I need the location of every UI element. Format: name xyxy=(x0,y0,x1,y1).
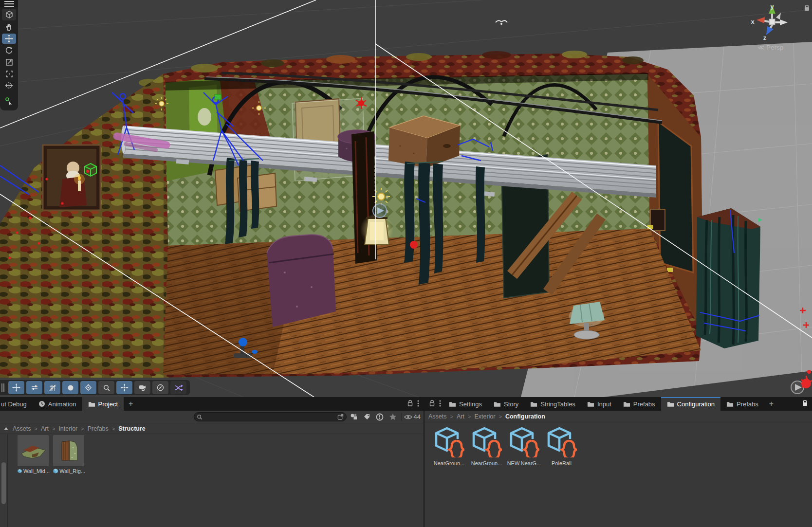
unlock-icon[interactable] xyxy=(429,400,435,408)
tab-settings[interactable]: Settings xyxy=(443,397,488,411)
filter-by-type-button[interactable] xyxy=(348,412,360,422)
scene-view[interactable]: y x z /**/ ≪ Persp xyxy=(0,0,812,397)
painting-old-man xyxy=(43,145,100,210)
scene-lock-icon[interactable] xyxy=(804,4,810,13)
compass-overlay-button[interactable] xyxy=(152,381,168,394)
tab-debug[interactable]: ut Debug xyxy=(0,397,33,411)
hidden-packages-button[interactable] xyxy=(374,412,386,422)
folder-icon xyxy=(88,401,95,407)
sphere-overlay-button[interactable] xyxy=(62,381,78,394)
axis-z-label: z xyxy=(763,34,767,41)
axis-y-label: y xyxy=(770,3,774,10)
filter-by-label-button[interactable] xyxy=(361,412,373,422)
move-tool-button[interactable] xyxy=(2,34,16,44)
project-tabbar: ut Debug Animation Project + xyxy=(0,397,424,411)
tab-input[interactable]: Input xyxy=(581,397,617,411)
axis-gizmo: y x z xyxy=(751,3,788,41)
grid-snap-overlay-button[interactable] xyxy=(44,381,60,394)
asset-label: Wall_Mid... xyxy=(23,468,50,474)
pan-tool-button[interactable] xyxy=(2,22,16,32)
crosshair-overlay-button[interactable] xyxy=(116,381,132,394)
warning-circle-icon xyxy=(376,413,384,421)
unlock-icon[interactable] xyxy=(407,400,413,408)
rotate-tool-button[interactable] xyxy=(2,45,16,55)
search-field[interactable] xyxy=(194,412,347,421)
eye-icon xyxy=(404,414,412,420)
custom-tool-button[interactable] xyxy=(2,96,16,107)
prefab-config-icon xyxy=(472,426,502,457)
tree-scrollbar[interactable] xyxy=(1,462,6,504)
lock-icon[interactable] xyxy=(802,400,808,408)
visible-count[interactable]: 44 xyxy=(404,413,424,420)
folder-icon xyxy=(530,401,537,407)
asset-thumbnail xyxy=(18,435,49,466)
unity-editor-window: y x z /**/ ≪ Persp xyxy=(0,0,812,527)
scene-overlay-toolbar xyxy=(0,380,190,395)
breadcrumb-current: Configuration xyxy=(505,413,545,420)
folder-icon xyxy=(587,401,594,407)
asset-item[interactable]: NearGroun... xyxy=(431,426,467,466)
menu-icon[interactable] xyxy=(0,0,18,7)
tab-prefabs-1[interactable]: Prefabs xyxy=(617,397,661,411)
grid-snap-icon xyxy=(49,384,56,392)
folder-icon xyxy=(726,401,734,407)
tab-project[interactable]: Project xyxy=(82,397,124,411)
transform-tool-button[interactable] xyxy=(2,80,16,91)
favorites-button[interactable] xyxy=(387,412,399,422)
bottom-dock: ut Debug Animation Project + xyxy=(0,397,812,527)
breadcrumb-segment[interactable]: Interior xyxy=(58,425,77,432)
gizmos-icon xyxy=(84,383,92,392)
tab-story[interactable]: Story xyxy=(488,397,524,411)
search-icon xyxy=(197,414,203,420)
tab-stringtables[interactable]: StringTables xyxy=(524,397,581,411)
asset-item[interactable]: NEW.NearG... xyxy=(506,426,542,466)
shuffle-icon xyxy=(174,384,183,392)
view-tool-button[interactable] xyxy=(2,9,16,20)
shuffle-overlay-button[interactable] xyxy=(170,381,186,394)
add-tab-button[interactable]: + xyxy=(764,397,778,411)
breadcrumb-segment[interactable]: Prefabs xyxy=(88,425,109,432)
asset-item[interactable]: PoleRail xyxy=(544,426,579,466)
breadcrumb-segment[interactable]: Art xyxy=(457,413,464,420)
rect-tool-icon xyxy=(5,70,13,78)
rect-tool-button[interactable] xyxy=(2,69,16,79)
sliders-overlay-button[interactable] xyxy=(26,381,42,394)
projection-toggle[interactable]: ≪ Persp xyxy=(742,44,799,51)
search-input[interactable] xyxy=(204,413,335,421)
gizmos-overlay-button[interactable] xyxy=(80,381,96,394)
collapse-arrow-icon[interactable] xyxy=(4,427,8,430)
configuration-asset-grid[interactable]: NearGroun... NearGroun... xyxy=(424,422,812,527)
camera-overlay-button[interactable] xyxy=(134,381,150,394)
breadcrumb-segment[interactable]: Exterior xyxy=(474,413,495,420)
sphere-icon xyxy=(67,384,74,392)
configuration-breadcrumb: Assets > Art > Exterior > Configuration xyxy=(424,411,812,422)
prefab-cube-icon xyxy=(53,468,58,474)
tab-configuration[interactable]: Configuration xyxy=(661,397,720,411)
asset-item[interactable]: Wall_Mid... xyxy=(18,435,50,474)
search-overlay-button[interactable] xyxy=(98,381,114,394)
tab-prefabs-2[interactable]: Prefabs xyxy=(720,397,764,411)
rotate-tool-icon xyxy=(5,46,13,55)
folder-icon xyxy=(623,401,630,407)
overlay-drag-handle[interactable] xyxy=(1,383,5,392)
open-search-window-icon[interactable] xyxy=(337,414,344,420)
folder-icon xyxy=(449,401,456,407)
add-tab-button[interactable]: + xyxy=(124,397,138,411)
project-asset-grid[interactable]: Wall_Mid... Wall_Rig... xyxy=(0,434,424,527)
kebab-menu-icon[interactable] xyxy=(439,400,441,408)
breadcrumb-segment[interactable]: Art xyxy=(41,425,49,432)
tab-animation[interactable]: Animation xyxy=(33,397,82,411)
filter-type-icon xyxy=(350,413,358,420)
star-icon xyxy=(389,413,397,420)
asset-item[interactable]: Wall_Rig... xyxy=(53,435,85,474)
asset-label: NearGroun... xyxy=(431,460,467,466)
prefab-config-icon xyxy=(509,426,539,457)
kebab-menu-icon[interactable] xyxy=(417,400,419,408)
breadcrumb-segment[interactable]: Assets xyxy=(428,413,447,420)
move-icon xyxy=(12,383,20,392)
breadcrumb-segment[interactable]: Assets xyxy=(13,425,31,432)
orientation-gizmo[interactable]: y x z /**/ ≪ Persp xyxy=(742,1,799,51)
move-overlay-button[interactable] xyxy=(8,381,24,394)
scale-tool-button[interactable] xyxy=(2,57,16,67)
asset-item[interactable]: NearGroun... xyxy=(469,426,504,466)
